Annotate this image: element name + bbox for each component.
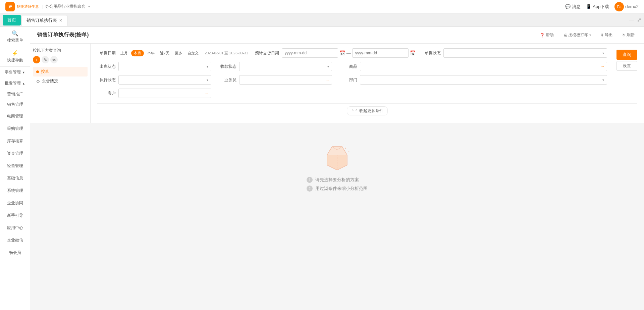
top-bar: 好 畅捷通好生意 | 办公用品行业模拟账套 ▾ 💬 消息 📱 App下载 Ea …	[0, 0, 644, 13]
date-last-month-btn[interactable]: 上月	[118, 50, 130, 56]
sidebar-item-appstore[interactable]: 应用中心	[0, 222, 30, 234]
query-button[interactable]: 查询	[616, 50, 637, 60]
search-icon: 🔍	[12, 30, 18, 37]
logo-text: 畅捷通好生意	[17, 4, 39, 9]
goods-select[interactable]: ···	[360, 62, 607, 71]
sidebar-search-label: 搜索菜单	[7, 38, 23, 43]
add-scheme-button[interactable]: +	[33, 56, 40, 63]
sidebar-item-purchase[interactable]: 采购管理	[0, 122, 30, 135]
filter-nav-by-order[interactable]: 按单	[33, 67, 88, 76]
print-button[interactable]: 🖨 按模板打印 ▾	[560, 31, 594, 39]
help-icon: ❓	[540, 33, 545, 38]
tab-home-label: 首页	[7, 17, 16, 23]
sidebar-item-guide[interactable]: 新手引导	[0, 209, 30, 222]
sidebar-item-finance[interactable]: 资金管理	[0, 147, 30, 160]
dept-select[interactable]: ▾	[360, 75, 607, 85]
ship-status-label: 出库状态	[97, 64, 116, 69]
sidebar-marketing-label: 营销推广	[7, 92, 23, 96]
minimize-icon[interactable]: —	[629, 17, 634, 23]
doc-status-arrow-icon: ▾	[602, 51, 604, 55]
sidebar-item-inventory[interactable]: 库存核算	[0, 135, 30, 147]
sidebar-base-label: 基础信息	[7, 175, 23, 181]
user-name: demo2	[625, 4, 639, 9]
sidebar-item-search[interactable]: 🔍 搜索菜单	[0, 27, 30, 47]
sidebar-item-retail[interactable]: 零售管理 ▼	[0, 67, 30, 78]
collapse-more-section: ⌃⌃ 收起更多条件	[97, 103, 637, 118]
date-more-btn[interactable]: 更多	[173, 50, 184, 56]
help-button[interactable]: ❓ 帮助	[537, 31, 556, 39]
tab-close-icon[interactable]: ✕	[59, 18, 62, 23]
sidebar-item-sales-mgmt[interactable]: 销售管理	[0, 99, 30, 110]
refresh-icon: ↻	[622, 33, 626, 38]
predict-date-label: 预计交货日期	[255, 50, 279, 56]
export-icon: ⬇	[600, 33, 604, 38]
salesman-select[interactable]: ···	[239, 75, 332, 85]
refresh-button[interactable]: ↻ 刷新	[620, 31, 637, 39]
filter-field-predict-date: 预计交货日期 📅 — 📅	[255, 48, 416, 58]
date-this-month-btn[interactable]: 本月	[131, 50, 144, 56]
filter-field-ship-status: 出库状态 ▾	[97, 62, 211, 71]
breadcrumb-sep: |	[42, 4, 43, 9]
customer-select[interactable]: ···	[118, 89, 211, 98]
filter-nav-arrears-label: 欠货情况	[42, 79, 58, 84]
page-title: 销售订单执行表(按单)	[37, 32, 89, 39]
user-area[interactable]: Ea demo2	[614, 2, 639, 11]
filter-row-1: 单据日期 上月 本月 本年 近7天 更多 自定义	[97, 48, 607, 58]
predict-date-range: 📅 — 📅	[282, 48, 416, 58]
exec-status-label: 执行状态	[97, 77, 116, 83]
sidebar-collab-label: 企业协同	[7, 200, 23, 206]
tab-sales-exec[interactable]: 销售订单执行表 ✕	[21, 15, 67, 26]
collapse-more-button[interactable]: ⌃⌃ 收起更多条件	[347, 106, 388, 115]
sidebar-salesmgmt-label: 销售管理	[7, 102, 23, 107]
salesman-more-icon: ···	[326, 78, 329, 82]
tab-home[interactable]: 首页	[3, 15, 21, 25]
export-button[interactable]: ⬇ 导出	[598, 31, 615, 39]
predict-date-start-input[interactable]	[282, 48, 338, 58]
top-bar-right: 💬 消息 📱 App下载 Ea demo2	[565, 2, 639, 11]
message-button[interactable]: 💬 消息	[565, 4, 581, 10]
step-1-text: 请先选择要分析的方案	[315, 177, 359, 183]
sidebar-item-marketing[interactable]: 营销推广	[0, 89, 30, 99]
app-download-button[interactable]: 📱 App下载	[586, 4, 609, 10]
dept-label: 部门	[339, 77, 357, 83]
sidebar-item-wechat[interactable]: 企业微信	[0, 234, 30, 247]
ship-status-select[interactable]: ▾	[118, 62, 211, 71]
predict-date-end-input[interactable]	[352, 48, 409, 58]
date-custom-btn[interactable]: 自定义	[185, 50, 201, 56]
edit-scheme-button[interactable]: ✎	[42, 56, 49, 63]
settings-button[interactable]: 设置	[616, 61, 637, 71]
app-icon: 📱	[586, 4, 591, 9]
logo-area: 好 畅捷通好生意	[5, 2, 39, 11]
payment-status-select[interactable]: ▾	[239, 62, 332, 71]
sidebar-item-base[interactable]: 基础信息	[0, 172, 30, 185]
sidebar-item-ops[interactable]: 经营管理	[0, 160, 30, 172]
exec-status-select[interactable]: ▾	[118, 75, 211, 85]
message-icon: 💬	[565, 4, 571, 9]
sidebar-item-member[interactable]: 畅会员	[0, 247, 30, 259]
sidebar-item-system[interactable]: 系统管理	[0, 185, 30, 197]
doc-status-select[interactable]: ▾	[443, 48, 607, 58]
app-label: App下载	[593, 4, 609, 10]
step-2-text: 用过滤条件来缩小分析范围	[315, 186, 368, 192]
payment-status-arrow-icon: ▾	[327, 65, 329, 68]
sidebar-purchase-label: 采购管理	[7, 126, 23, 132]
filter-sidebar: 按以下方案查询 + ✎ ≪ 按单 ⊙ 欠货情况	[30, 44, 91, 123]
sidebar-item-wholesale[interactable]: 批发管理 ▲	[0, 78, 30, 89]
sidebar-item-ecommerce[interactable]: 电商管理	[0, 110, 30, 122]
page-header: 销售订单执行表(按单) ❓ 帮助 🖨 按模板打印 ▾ ⬇ 导出 ↻ 刷新	[30, 27, 644, 44]
print-label: 按模板打印	[568, 32, 588, 38]
payment-status-label: 收款状态	[218, 64, 236, 69]
date-this-year-btn[interactable]: 本年	[145, 50, 157, 56]
maximize-icon[interactable]: ⤢	[637, 17, 641, 23]
filter-nav-arrears[interactable]: ⊙ 欠货情况	[33, 76, 88, 86]
sidebar-item-collab[interactable]: 企业协同	[0, 197, 30, 209]
sidebar-item-quicknav[interactable]: ⚡ 快捷导航	[0, 47, 30, 66]
predict-date-start-cal-icon[interactable]: 📅	[339, 50, 345, 56]
customer-more-icon: ···	[206, 92, 208, 95]
predict-date-end-cal-icon[interactable]: 📅	[410, 50, 416, 56]
date-7days-btn[interactable]: 近7天	[158, 50, 171, 56]
breadcrumb-arrow[interactable]: ▾	[88, 5, 90, 8]
exec-status-arrow-icon: ▾	[207, 78, 208, 82]
collapse-more-label: 收起更多条件	[359, 108, 383, 114]
collapse-sidebar-button[interactable]: ≪	[50, 56, 58, 63]
